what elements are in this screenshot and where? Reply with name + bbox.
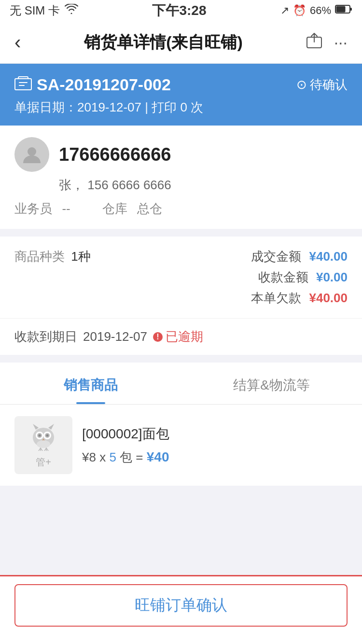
- wifi-icon: [65, 4, 78, 17]
- product-owl-icon: [24, 422, 63, 455]
- svg-point-13: [39, 434, 41, 436]
- order-id: SA-20191207-002: [14, 75, 171, 94]
- svg-rect-2: [336, 6, 345, 13]
- due-date-row: 收款到期日 2019-12-07 ! 已逾期: [0, 318, 362, 355]
- battery-text: 66%: [310, 4, 331, 17]
- svg-marker-8: [48, 424, 54, 430]
- customer-name: 张， 156 6666 6666: [59, 177, 348, 194]
- avatar: [14, 137, 49, 172]
- tabs: 销售商品 结算&物流等: [0, 363, 362, 405]
- status-carrier: 无 SIM 卡: [10, 3, 78, 18]
- svg-marker-7: [33, 424, 39, 430]
- confirm-button[interactable]: 旺铺订单确认: [14, 584, 348, 627]
- overdue-icon: !: [153, 332, 163, 342]
- order-header: SA-20191207-002 ⊙ 待确认 单据日期：2019-12-07 | …: [0, 64, 362, 126]
- battery-icon: [335, 4, 352, 17]
- order-icon: [14, 75, 32, 94]
- confirm-button-container: 旺铺订单确认: [0, 575, 362, 644]
- svg-rect-4: [15, 79, 31, 90]
- product-thumbnail: 管+: [14, 416, 72, 474]
- product-price: ¥8 x 5 包 = ¥40: [82, 449, 348, 466]
- location-icon: ↗: [280, 4, 289, 17]
- clock-icon: ⊙: [296, 77, 307, 92]
- svg-point-5: [28, 147, 36, 156]
- summary-card: 商品种类 1种 成交金额 ¥40.00 收款金额 ¥0.00 本单欠款 ¥40.…: [0, 237, 362, 318]
- back-button[interactable]: ‹: [14, 31, 21, 53]
- divider-1: [0, 229, 362, 237]
- salesman-field: 业务员 --: [14, 200, 73, 217]
- svg-point-14: [46, 434, 49, 436]
- svg-rect-1: [350, 8, 352, 11]
- svg-point-16: [37, 440, 50, 448]
- product-type: 商品种类 1种: [14, 248, 91, 265]
- status-time: 下午3:28: [152, 1, 206, 20]
- carrier-text: 无 SIM 卡: [10, 3, 60, 18]
- tab-settlement[interactable]: 结算&物流等: [181, 363, 362, 404]
- nav-bar: ‹ 销货单详情(来自旺铺) ···: [0, 21, 362, 64]
- overdue-badge: ! 已逾期: [153, 328, 203, 345]
- order-status: ⊙ 待确认: [296, 76, 348, 93]
- product-list: 管+ [0000002]面包 ¥8 x 5 包 = ¥40: [0, 405, 362, 486]
- customer-card: 17666666666 张， 156 6666 6666 业务员 -- 仓库 总…: [0, 126, 362, 229]
- customer-meta: 业务员 -- 仓库 总仓: [14, 200, 348, 217]
- bottom-spacer: [0, 486, 362, 582]
- product-info: [0000002]面包 ¥8 x 5 包 = ¥40: [82, 425, 348, 466]
- share-icon[interactable]: [306, 32, 322, 53]
- status-bar: 无 SIM 卡 下午3:28 ↗ ⏰ 66%: [0, 0, 362, 21]
- order-date: 单据日期：2019-12-07 | 打印 0 次: [14, 99, 348, 116]
- status-icons: ↗ ⏰ 66%: [280, 4, 352, 17]
- page-title: 销货单详情(来自旺铺): [84, 31, 243, 54]
- product-item: 管+ [0000002]面包 ¥8 x 5 包 = ¥40: [0, 405, 362, 486]
- amounts: 成交金额 ¥40.00 收款金额 ¥0.00 本单欠款 ¥40.00: [251, 248, 348, 307]
- product-name: [0000002]面包: [82, 425, 348, 443]
- more-icon[interactable]: ···: [334, 33, 348, 52]
- nav-actions: ···: [306, 32, 348, 53]
- customer-phone: 17666666666: [59, 144, 171, 165]
- warehouse-field: 仓库 总仓: [102, 200, 165, 217]
- alarm-icon: ⏰: [293, 4, 306, 17]
- tab-sales-products[interactable]: 销售商品: [0, 363, 181, 404]
- owl-plus-text: 管+: [24, 456, 63, 469]
